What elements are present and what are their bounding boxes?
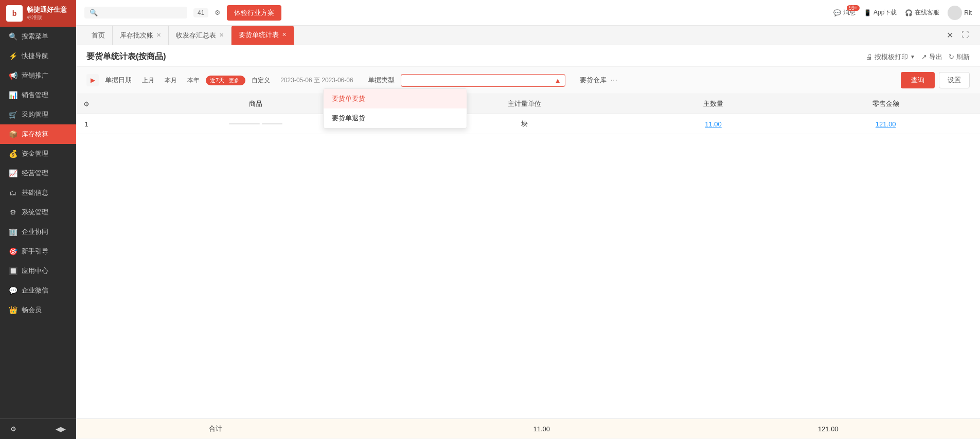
sidebar-item-app-center[interactable]: 🔲 应用中心 (0, 261, 76, 281)
cart-icon: 🛒 (8, 111, 17, 119)
user-avatar (948, 6, 962, 20)
user-name: Rit (964, 9, 972, 16)
target-icon: 🎯 (8, 247, 17, 255)
settings-icon: ⚙ (8, 208, 17, 216)
export-btn[interactable]: ↗ 导出 (921, 52, 942, 62)
content-area: 要货单统计表(按商品) 🖨 按模板打印 ▼ ↗ 导出 ↻ 刷新 (76, 45, 980, 439)
summary-table: 合计 11.00 121.00 (76, 418, 980, 439)
tab-order-stat-close[interactable]: ✕ (282, 31, 287, 38)
app-download-item[interactable]: 📱 App下载 (864, 8, 897, 17)
row-amount[interactable]: 121.00 (791, 114, 980, 134)
sidebar-item-marketing[interactable]: 📢 营销推广 (0, 66, 76, 85)
online-service-item[interactable]: 🎧 在线客服 (905, 8, 939, 17)
box-icon: 📦 (8, 130, 17, 138)
date-filter-label: 单据日期 (105, 76, 132, 85)
type-filter-input[interactable] (401, 74, 565, 87)
headset-icon: 🎧 (905, 9, 913, 16)
sidebar-item-member[interactable]: 👑 畅会员 (0, 300, 76, 320)
message-badge: 99+ (847, 5, 860, 11)
dropdown-item-return[interactable]: 要货单退货 (324, 108, 467, 128)
this-year-btn[interactable]: 本年 (183, 75, 204, 86)
print-icon: 🖨 (866, 53, 872, 61)
type-filter-label: 单据类型 (368, 76, 395, 85)
message-icon-item[interactable]: 💬 消息 99+ (833, 8, 856, 17)
this-month-btn[interactable]: 本月 (161, 75, 181, 86)
query-button[interactable]: 查询 (901, 72, 935, 88)
chat-icon: 💬 (8, 286, 17, 295)
user-avatar-item[interactable]: Rit (948, 6, 972, 20)
column-settings-icon[interactable]: ⚙ (83, 100, 90, 108)
logo-icon: b (6, 5, 23, 22)
topbar-gear-icon[interactable]: ⚙ (215, 9, 221, 16)
topbar-num-badge: 41 (193, 8, 208, 17)
filter-bar: ▶ 单据日期 上月 本月 本年 近7天 更多 自定义 2023-05-06 至 … (76, 67, 980, 94)
sidebar-item-quick-nav[interactable]: ⚡ 快捷导航 (0, 46, 76, 66)
summary-quantity: 11.00 (407, 419, 676, 439)
sidebar-item-sales[interactable]: 📊 销售管理 (0, 85, 76, 105)
page-actions: 🖨 按模板打印 ▼ ↗ 导出 ↻ 刷新 (866, 52, 970, 62)
last-7days-btn[interactable]: 近7天 更多 (206, 76, 245, 85)
print-btn[interactable]: 🖨 按模板打印 ▼ (866, 52, 915, 62)
page-title: 要货单统计表(按商品) (86, 51, 166, 62)
trending-icon: 📈 (8, 169, 17, 177)
flash-icon: ⚡ (8, 52, 17, 60)
grid-icon: 🔲 (8, 267, 17, 275)
sidebar-item-basic[interactable]: 🗂 基础信息 (0, 183, 76, 203)
last-month-btn[interactable]: 上月 (138, 75, 158, 86)
table-row: 1 块 11.00 (76, 114, 980, 134)
main-area: 🔍 41 ⚙ 体验行业方案 💬 消息 99+ 📱 App下载 🎧 在线客服 (76, 0, 980, 439)
sidebar-item-system[interactable]: ⚙ 系统管理 (0, 203, 76, 222)
table-header-amount: 零售金额 (791, 94, 980, 114)
type-filter-container: ▲ (401, 74, 565, 87)
tab-maximize-btn[interactable]: ⛶ (958, 29, 972, 41)
table-header-quantity: 主数量 (635, 94, 792, 114)
filter-expand-button[interactable]: ▶ (86, 74, 99, 86)
table-header-gear[interactable]: ⚙ (76, 94, 97, 114)
sidebar-item-inventory[interactable]: 📦 库存核算 (0, 124, 76, 144)
tab-summary-close[interactable]: ✕ (219, 32, 224, 39)
tab-order-stat[interactable]: 要货单统计表 ✕ (231, 26, 294, 45)
tabs-bar: 首页 库存批次账 ✕ 收发存汇总表 ✕ 要货单统计表 ✕ ✕ ⛶ (76, 26, 980, 45)
product-code (262, 123, 282, 124)
tab-batch-close[interactable]: ✕ (156, 32, 161, 39)
sidebar-item-finance[interactable]: 💰 资金管理 (0, 144, 76, 163)
chart-icon: 📊 (8, 91, 17, 99)
folder-icon: 🗂 (8, 189, 17, 197)
data-table: ⚙ 商品 主计量单位 主数量 零售金额 1 (76, 94, 980, 134)
table-header-row: ⚙ 商品 主计量单位 主数量 零售金额 (76, 94, 980, 114)
refresh-btn[interactable]: ↻ 刷新 (949, 52, 970, 62)
warehouse-label: 要货仓库 (580, 76, 607, 85)
topbar-right: 💬 消息 99+ 📱 App下载 🎧 在线客服 Rit (833, 6, 972, 20)
table-container: ⚙ 商品 主计量单位 主数量 零售金额 1 (76, 94, 980, 418)
type-filter-arrow[interactable]: ▲ (555, 77, 561, 84)
tab-close-all-btn[interactable]: ✕ (943, 29, 956, 41)
sidebar-item-guide[interactable]: 🎯 新手引导 (0, 242, 76, 261)
tab-home[interactable]: 首页 (84, 26, 113, 45)
refresh-icon: ↻ (949, 53, 954, 61)
topbar-search-box[interactable]: 🔍 (84, 7, 187, 19)
sidebar-item-enterprise[interactable]: 🏢 企业协同 (0, 222, 76, 242)
dropdown-item-purchase[interactable]: 要货单要货 (324, 89, 467, 108)
topbar-search-input[interactable] (100, 9, 162, 16)
sidebar-nav: 🔍 搜索菜单 ⚡ 快捷导航 📢 营销推广 📊 销售管理 🛒 采购管理 📦 (0, 27, 76, 418)
trial-button[interactable]: 体验行业方案 (227, 5, 281, 21)
tab-batch[interactable]: 库存批次账 ✕ (113, 26, 169, 45)
type-dropdown: 要货单要货 要货单退货 (323, 88, 467, 129)
sidebar-item-search[interactable]: 🔍 搜索菜单 (0, 27, 76, 46)
logo-sub: 标准版 (27, 14, 67, 21)
row-quantity[interactable]: 11.00 (635, 114, 792, 134)
settings-button[interactable]: 设置 (939, 72, 970, 88)
custom-date-btn[interactable]: 自定义 (247, 75, 274, 86)
sidebar-settings-btn[interactable]: ⚙ (8, 423, 19, 435)
sidebar-collapse-btn[interactable]: ◀▶ (54, 423, 68, 435)
print-dropdown-icon: ▼ (910, 54, 915, 60)
sidebar-item-operations[interactable]: 📈 经营管理 (0, 163, 76, 183)
page-header: 要货单统计表(按商品) 🖨 按模板打印 ▼ ↗ 导出 ↻ 刷新 (76, 45, 980, 67)
product-tag (229, 123, 260, 124)
summary-amount: 121.00 (676, 419, 980, 439)
summary-row: 合计 11.00 121.00 (76, 419, 980, 439)
warehouse-more-btn[interactable]: ··· (611, 76, 617, 85)
sidebar-item-wechat[interactable]: 💬 企业微信 (0, 281, 76, 300)
tab-summary[interactable]: 收发存汇总表 ✕ (169, 26, 231, 45)
sidebar-item-purchase[interactable]: 🛒 采购管理 (0, 105, 76, 124)
